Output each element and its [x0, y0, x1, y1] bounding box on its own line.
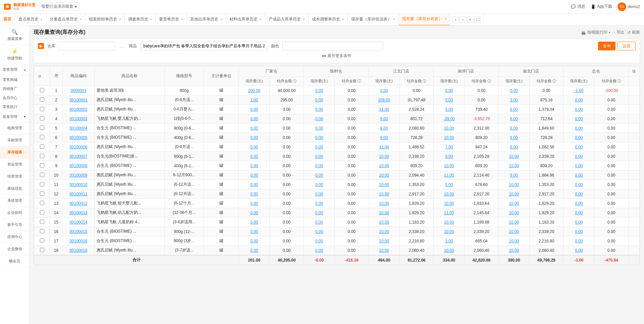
row-jb-stock[interactable]: 0.00 — [369, 86, 399, 95]
row-tz-stock[interactable]: 0.00 — [564, 152, 594, 161]
sidebar-sub-marketing[interactable]: 营销推广 — [0, 84, 29, 93]
row-f-stock[interactable]: 200.00 — [239, 86, 270, 95]
row-f-stock[interactable]: 0.00 — [239, 161, 270, 171]
row-na-stock[interactable]: 10.00 — [434, 199, 465, 208]
tab-11[interactable]: 现存量（库存分布表） × — [399, 13, 450, 26]
row-jb-stock[interactable]: 10.00 — [369, 199, 399, 208]
export-btn[interactable]: ↑ 导出 — [613, 30, 625, 35]
row-tz-stock[interactable]: 0.00 — [564, 114, 594, 124]
tab-close-5[interactable]: × — [181, 17, 183, 21]
row-tz-stock[interactable]: 0.00 — [564, 189, 594, 199]
row-yb-stock[interactable]: 8.00 — [498, 124, 529, 133]
tab-next-btn[interactable]: › — [460, 16, 466, 23]
sidebar-item-operations[interactable]: 经营管理 — [0, 171, 29, 183]
row-tz-stock[interactable]: 0.00 — [564, 208, 594, 218]
row-f-stock[interactable]: 0.00 — [239, 133, 270, 142]
row-f-stock[interactable]: 0.00 — [239, 246, 270, 256]
row-code[interactable]: 00100014 — [62, 218, 94, 227]
th-settings[interactable]: ⚙ — [34, 66, 50, 86]
row-cj-stock[interactable]: 0.00 — [304, 199, 334, 208]
row-cj-stock[interactable]: 0.00 — [304, 86, 334, 95]
query-btn[interactable]: 查询 — [598, 42, 615, 50]
row-f-stock[interactable]: 0.00 — [239, 124, 270, 133]
row-tz-stock[interactable]: 0.00 — [564, 124, 594, 133]
row-checkbox[interactable] — [34, 236, 50, 246]
sidebar-item-basic-info[interactable]: 基础信息 — [0, 183, 29, 195]
row-yb-stock[interactable]: 10.00 — [498, 180, 529, 189]
row-cj-stock[interactable]: 0.00 — [304, 161, 334, 171]
row-yb-stock[interactable]: 10.00 — [498, 208, 529, 218]
row-tz-stock[interactable]: 0.00 — [564, 133, 594, 142]
row-yb-stock[interactable]: 10.00 — [498, 152, 529, 161]
row-yb-stock[interactable]: 9.00 — [498, 133, 529, 142]
row-code[interactable]: 00100007 — [62, 152, 94, 161]
row-cj-stock[interactable]: 0.00 — [304, 114, 334, 124]
row-code[interactable]: 00100005 — [62, 133, 94, 142]
row-f-stock[interactable]: 0.00 — [239, 105, 270, 114]
user-info[interactable]: Ea demo2 — [618, 2, 640, 11]
row-yb-stock[interactable]: 8.00 — [498, 142, 529, 152]
tab-2[interactable]: 分量盘点单历史 × — [46, 13, 86, 26]
row-yb-stock[interactable]: 10.00 — [498, 218, 529, 227]
row-jb-stock[interactable]: 9.00 — [369, 114, 399, 124]
industry-select[interactable]: 母婴行业演示陈套 ▾ — [38, 2, 80, 11]
row-code[interactable]: 00100004 — [62, 124, 94, 133]
sidebar-item-system[interactable]: 系统管理 — [0, 195, 29, 207]
row-checkbox[interactable] — [34, 124, 50, 133]
tab-close-1[interactable]: × — [41, 17, 43, 21]
warehouse-input[interactable] — [59, 42, 115, 50]
row-checkbox[interactable] — [34, 246, 50, 256]
row-cj-stock[interactable]: 0.00 — [304, 189, 334, 199]
row-na-stock[interactable]: 5.00 — [434, 180, 465, 189]
row-checkbox[interactable] — [34, 161, 50, 171]
row-na-stock[interactable]: 10.00 — [434, 124, 465, 133]
row-f-stock[interactable]: 0.00 — [239, 180, 270, 189]
sidebar-sub-member[interactable]: 会员中心 — [0, 93, 29, 102]
tab-close-10[interactable]: × — [393, 17, 395, 21]
sidebar-item-finance[interactable]: 资金管理 — [0, 158, 29, 171]
row-na-stock[interactable]: 7.00 — [434, 142, 465, 152]
row-checkbox[interactable] — [34, 95, 50, 105]
row-yb-stock[interactable]: 10.00 — [498, 236, 529, 246]
sidebar-item-inventory[interactable]: 库存核算 — [0, 146, 29, 158]
collapse-filter-btn[interactable]: ▶ — [38, 43, 44, 49]
row-code[interactable]: 00100013 — [62, 208, 94, 218]
tab-3[interactable]: 组装拆卸单历史 × — [86, 13, 125, 26]
tab-8[interactable]: 产成品入库单历史 × — [265, 13, 309, 26]
tab-6[interactable]: 其他出库单历史 × — [187, 13, 226, 26]
row-na-stock[interactable]: 10.00 — [434, 189, 465, 199]
row-checkbox[interactable] — [34, 152, 50, 161]
row-jb-stock[interactable]: 10.00 — [369, 189, 399, 199]
row-f-stock[interactable]: 0.00 — [239, 171, 270, 180]
tab-7[interactable]: 材料出库单历史 × — [226, 13, 265, 26]
row-code[interactable]: 00100002 — [62, 105, 94, 114]
row-code[interactable]: 00100008 — [62, 161, 94, 171]
sidebar-item-search[interactable]: 🔍 搜索英单 — [0, 26, 29, 45]
tab-close-6[interactable]: × — [220, 17, 222, 21]
row-yb-stock[interactable]: 10.00 — [498, 227, 529, 236]
row-checkbox[interactable] — [34, 218, 50, 227]
row-jb-stock[interactable]: 9.00 — [369, 133, 399, 142]
tab-1[interactable]: 盘点单历史 × — [15, 13, 46, 26]
sidebar-item-app-center[interactable]: 应用中心 — [0, 231, 29, 243]
row-checkbox[interactable] — [34, 114, 50, 124]
row-checkbox[interactable] — [34, 133, 50, 142]
row-checkbox[interactable] — [34, 142, 50, 152]
row-jb-stock[interactable]: 10.00 — [369, 208, 399, 218]
tab-10[interactable]: 现存量（库存状况表） × — [348, 13, 399, 26]
row-checkbox[interactable] — [34, 199, 50, 208]
row-na-stock[interactable]: 9.00 — [434, 152, 465, 161]
sidebar-item-nav[interactable]: ⚡ 快捷导航 — [0, 45, 29, 64]
row-tz-stock[interactable]: 0.00 — [564, 95, 594, 105]
sidebar-sub-mall[interactable]: 零售商城 — [0, 75, 29, 84]
row-yb-stock[interactable]: 10.00 — [498, 161, 529, 171]
row-jb-stock[interactable]: 10.00 — [369, 161, 399, 171]
row-checkbox[interactable] — [34, 227, 50, 236]
goods-input[interactable] — [140, 42, 268, 50]
tab-close-3[interactable]: × — [119, 17, 121, 21]
row-code[interactable]: 00100015 — [62, 227, 94, 236]
row-tz-stock[interactable]: 0.00 — [564, 199, 594, 208]
row-checkbox[interactable] — [34, 208, 50, 218]
row-cj-stock[interactable]: 0.00 — [304, 227, 334, 236]
row-jb-stock[interactable]: 10.00 — [369, 218, 399, 227]
